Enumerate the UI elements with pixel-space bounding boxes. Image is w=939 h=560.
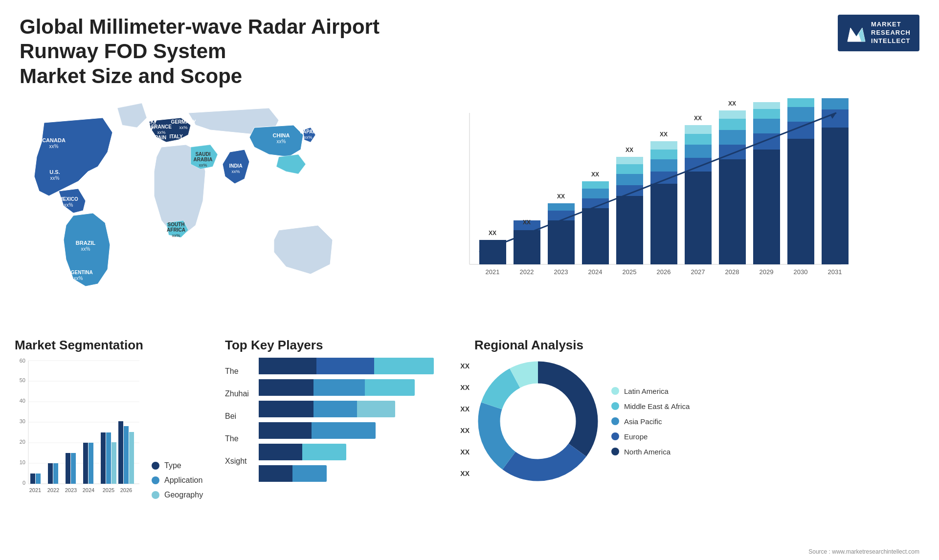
logo-text-line3: INTELLECT bbox=[871, 37, 911, 45]
svg-rect-120 bbox=[53, 463, 58, 484]
segmentation-container: Market Segmentation 0 10 20 30 40 50 60 bbox=[15, 338, 220, 553]
player-bar-track-1 bbox=[259, 379, 453, 396]
key-players-title: Top Key Players bbox=[225, 338, 470, 353]
svg-rect-82 bbox=[787, 107, 814, 122]
legend-label-application: Application bbox=[164, 476, 202, 485]
svg-rect-60 bbox=[650, 141, 677, 150]
reg-label-europe: Europe bbox=[624, 432, 648, 441]
svg-rect-130 bbox=[129, 432, 134, 484]
svg-text:CHINA: CHINA bbox=[273, 132, 290, 138]
bar-chart-svg: XX XX XX XX bbox=[386, 98, 915, 294]
svg-text:xx%: xx% bbox=[64, 202, 73, 208]
player-bar-fill-0 bbox=[259, 358, 434, 374]
player-bar-row-0: XX bbox=[259, 358, 470, 374]
svg-text:AFRICA: AFRICA bbox=[167, 227, 185, 233]
seg-chart-area: 0 10 20 30 40 50 60 bbox=[15, 358, 220, 499]
players-list: The Zhuhai Bei The Xsight XX bbox=[225, 358, 470, 487]
svg-rect-128 bbox=[118, 421, 123, 484]
svg-rect-124 bbox=[89, 443, 93, 484]
player-bar-track-2 bbox=[259, 401, 453, 417]
svg-text:BRAZIL: BRAZIL bbox=[76, 240, 96, 246]
reg-label-asia-pacific: Asia Pacific bbox=[624, 417, 662, 426]
player-bar-xx-5: XX bbox=[460, 470, 470, 477]
svg-rect-59 bbox=[650, 150, 677, 159]
page-title: Global Millimeter-wave Radar Airport Run… bbox=[20, 15, 460, 88]
svg-rect-57 bbox=[650, 172, 677, 184]
svg-text:XX: XX bbox=[728, 100, 736, 107]
player-bar-fill-3 bbox=[259, 422, 376, 439]
chart-wrapper: XX XX XX XX bbox=[386, 98, 915, 303]
player-bar-fill-4 bbox=[259, 444, 346, 460]
logo-text-line2: RESEARCH bbox=[871, 29, 911, 37]
svg-text:XX: XX bbox=[489, 230, 496, 237]
svg-text:SAUDI: SAUDI bbox=[195, 151, 210, 157]
player-bar-xx-2: XX bbox=[460, 405, 470, 413]
player-bar-xx-3: XX bbox=[460, 427, 470, 434]
svg-rect-43 bbox=[548, 203, 575, 211]
logo-box: MARKET RESEARCH INTELLECT bbox=[838, 15, 919, 51]
svg-rect-85 bbox=[822, 128, 849, 264]
source-text: Source : www.marketresearchintellect.com bbox=[808, 548, 919, 555]
svg-text:xx%: xx% bbox=[199, 163, 207, 168]
svg-rect-50 bbox=[616, 196, 643, 264]
svg-rect-119 bbox=[48, 463, 53, 484]
svg-rect-71 bbox=[719, 119, 746, 130]
reg-dot-latin-america bbox=[611, 387, 619, 395]
player-bar-track-5 bbox=[259, 465, 453, 482]
player-bar-xx-4: XX bbox=[460, 448, 470, 456]
reg-legend-asia-pacific: Asia Pacific bbox=[611, 417, 690, 426]
svg-rect-53 bbox=[616, 164, 643, 174]
reg-label-middle-east-africa: Middle East & Africa bbox=[624, 402, 690, 410]
svg-text:50: 50 bbox=[20, 377, 25, 383]
svg-rect-54 bbox=[616, 157, 643, 164]
player-name-2: Bei bbox=[225, 408, 249, 425]
header: Global Millimeter-wave Radar Airport Run… bbox=[0, 0, 939, 93]
player-bar-row-3: XX bbox=[259, 422, 470, 439]
svg-text:2028: 2028 bbox=[725, 268, 739, 276]
svg-text:2025: 2025 bbox=[623, 268, 637, 276]
top-section: CANADA xx% U.S. xx% MEXICO xx% BRAZIL xx… bbox=[15, 93, 924, 328]
svg-rect-48 bbox=[582, 181, 609, 189]
svg-rect-76 bbox=[753, 119, 780, 133]
reg-legend-europe: Europe bbox=[611, 432, 690, 441]
world-map-svg: CANADA xx% U.S. xx% MEXICO xx% BRAZIL xx… bbox=[15, 93, 347, 318]
seg-bar-chart-svg: 0 10 20 30 40 50 60 bbox=[15, 358, 142, 499]
map-container: CANADA xx% U.S. xx% MEXICO xx% BRAZIL xx… bbox=[15, 93, 347, 328]
svg-text:INDIA: INDIA bbox=[229, 163, 242, 169]
svg-text:2022: 2022 bbox=[47, 487, 59, 493]
svg-text:JAPAN: JAPAN bbox=[300, 129, 316, 134]
svg-text:xx%: xx% bbox=[157, 130, 165, 135]
svg-rect-62 bbox=[685, 172, 712, 264]
svg-text:ARGENTINA: ARGENTINA bbox=[64, 270, 92, 275]
svg-text:xx%: xx% bbox=[304, 135, 312, 140]
svg-text:2024: 2024 bbox=[588, 268, 603, 276]
svg-rect-47 bbox=[582, 189, 609, 198]
player-bar-row-4: XX bbox=[259, 444, 470, 460]
svg-text:ARABIA: ARABIA bbox=[194, 157, 213, 162]
svg-text:2024: 2024 bbox=[83, 487, 94, 493]
svg-rect-122 bbox=[71, 453, 76, 484]
svg-text:20: 20 bbox=[20, 439, 25, 445]
player-bars-area: XX XX XX bbox=[259, 358, 470, 487]
svg-rect-125 bbox=[101, 432, 106, 484]
svg-text:10: 10 bbox=[20, 459, 25, 465]
svg-text:XX: XX bbox=[694, 115, 702, 122]
logo-area: MARKET RESEARCH INTELLECT bbox=[838, 15, 919, 51]
legend-label-geography: Geography bbox=[164, 491, 203, 499]
bottom-section: Market Segmentation 0 10 20 30 40 50 60 bbox=[15, 338, 924, 553]
svg-rect-56 bbox=[650, 184, 677, 264]
svg-text:XX: XX bbox=[523, 219, 531, 226]
svg-text:2027: 2027 bbox=[691, 268, 705, 276]
reg-label-latin-america: Latin America bbox=[624, 387, 669, 395]
svg-text:xx%: xx% bbox=[50, 175, 60, 181]
legend-item-application: Application bbox=[152, 476, 203, 485]
svg-rect-70 bbox=[719, 130, 746, 145]
svg-rect-72 bbox=[719, 110, 746, 119]
svg-rect-117 bbox=[30, 474, 35, 484]
svg-text:xx%: xx% bbox=[172, 140, 180, 145]
svg-text:2029: 2029 bbox=[760, 268, 774, 276]
svg-text:2031: 2031 bbox=[828, 268, 842, 276]
title-line1: Global Millimeter-wave Radar Airport Run… bbox=[20, 15, 380, 63]
svg-text:GERMANY: GERMANY bbox=[171, 119, 196, 125]
svg-text:2026: 2026 bbox=[657, 268, 671, 276]
